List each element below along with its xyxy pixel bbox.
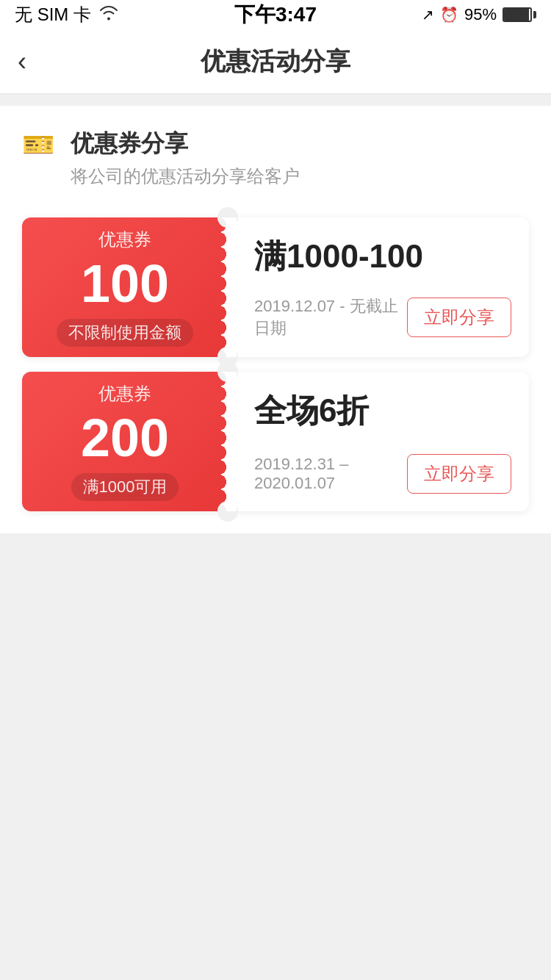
carrier-text: 无 SIM 卡 <box>15 3 91 26</box>
status-right: ↗ ⏰ 95% <box>422 5 536 24</box>
coupon-date-2: 2019.12.31 – 2020.01.07 <box>254 455 407 493</box>
battery-text: 95% <box>464 5 497 24</box>
section-text: 优惠券分享 将公司的优惠活动分享给客户 <box>71 128 300 188</box>
coupon-title-1: 满1000-100 <box>254 235 511 278</box>
status-bar: 无 SIM 卡 下午3:47 ↗ ⏰ 95% <box>0 0 551 29</box>
coupon-title-2: 全场6折 <box>254 389 511 433</box>
share-button-1[interactable]: 立即分享 <box>407 298 511 337</box>
wifi-icon <box>98 4 119 25</box>
coupon-footer-2: 2019.12.31 – 2020.01.07 立即分享 <box>254 454 511 494</box>
coupon-card-2: 优惠券 200 满1000可用 全场6折 2019.12.31 – 2020.0… <box>22 372 529 511</box>
coupon-share-icon: 🎫 <box>22 129 59 166</box>
coupon-right-2: 全场6折 2019.12.31 – 2020.01.07 立即分享 <box>228 372 529 511</box>
coupon-notch-bottom-2 <box>217 501 238 522</box>
coupon-label-1: 优惠券 <box>98 228 151 251</box>
coupon-amount-1: 100 <box>81 257 169 310</box>
status-left: 无 SIM 卡 <box>15 3 119 26</box>
empty-background <box>0 533 551 901</box>
location-icon: ↗ <box>422 6 434 24</box>
coupon-date-1: 2019.12.07 - 无截止日期 <box>254 295 407 339</box>
coupon-condition-1: 不限制使用金额 <box>57 319 193 347</box>
coupon-notch-top-2 <box>217 361 238 382</box>
section-header: 🎫 优惠券分享 将公司的优惠活动分享给客户 <box>0 106 551 203</box>
page-title: 优惠活动分享 <box>201 45 350 79</box>
coupon-label-2: 优惠券 <box>98 382 151 406</box>
share-button-2[interactable]: 立即分享 <box>407 454 511 494</box>
section-subtitle: 将公司的优惠活动分享给客户 <box>71 165 300 188</box>
coupon-condition-2: 满1000可用 <box>71 473 179 501</box>
back-button[interactable]: ‹ <box>18 46 26 77</box>
status-time: 下午3:47 <box>234 1 317 29</box>
battery-icon <box>503 7 536 22</box>
coupon-right-1: 满1000-100 2019.12.07 - 无截止日期 立即分享 <box>228 217 529 357</box>
section-title: 优惠券分享 <box>71 128 300 160</box>
coupon-card-1: 优惠券 100 不限制使用金额 满1000-100 2019.12.07 - 无… <box>22 217 529 357</box>
coupon-notch-top-1 <box>217 207 238 228</box>
coupon-left-1: 优惠券 100 不限制使用金额 <box>22 217 228 357</box>
coupon-left-2: 优惠券 200 满1000可用 <box>22 372 228 511</box>
coupon-amount-2: 200 <box>81 411 169 464</box>
nav-bar: ‹ 优惠活动分享 <box>0 29 551 94</box>
alarm-icon: ⏰ <box>440 6 458 24</box>
coupons-container: 优惠券 100 不限制使用金额 满1000-100 2019.12.07 - 无… <box>0 203 551 533</box>
coupon-footer-1: 2019.12.07 - 无截止日期 立即分享 <box>254 295 511 339</box>
